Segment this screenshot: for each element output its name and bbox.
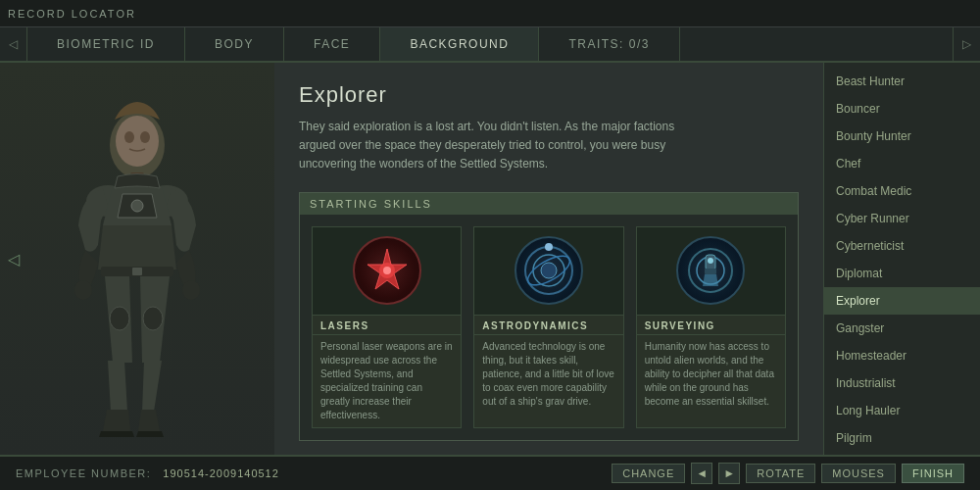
- character-panel: ◁: [0, 63, 274, 455]
- svg-point-21: [545, 243, 553, 251]
- mouses-button[interactable]: MOUSES: [821, 464, 896, 483]
- record-locator-title: RECORD LOCATOR: [8, 8, 136, 20]
- bg-item-professor[interactable]: Professor: [824, 452, 980, 455]
- change-button[interactable]: CHANGE: [612, 464, 685, 483]
- employee-label: EMPLOYEE NUMBER:: [16, 467, 151, 479]
- skill-badge-lasers: [353, 236, 421, 305]
- details-panel: Explorer They said exploration is a lost…: [274, 63, 823, 455]
- svg-point-2: [124, 131, 134, 143]
- skills-header: STARTING SKILLS: [300, 193, 798, 215]
- nav-left-bracket[interactable]: ◁: [0, 27, 27, 61]
- skills-section: STARTING SKILLS LASERS Pe: [299, 192, 799, 441]
- character-nav-arrow: ◁: [8, 250, 20, 269]
- skill-desc-surveying: Humanity now has access to untold alien …: [637, 335, 785, 414]
- tab-face[interactable]: FACE: [284, 27, 380, 61]
- svg-rect-25: [705, 269, 716, 274]
- bg-item-pilgrim[interactable]: Pilgrim: [824, 424, 980, 452]
- skill-name-surveying: SURVEYING: [637, 316, 785, 335]
- bg-item-bounty-hunter[interactable]: Bounty Hunter: [824, 122, 980, 150]
- top-bar: RECORD LOCATOR: [0, 0, 980, 27]
- svg-point-19: [541, 263, 557, 278]
- nav-tabs: ◁ BIOMETRIC ID BODY FACE BACKGROUND TRAI…: [0, 27, 980, 63]
- skill-icon-lasers-area: [313, 227, 461, 316]
- backgrounds-panel: Beast Hunter Bouncer Bounty Hunter Chef …: [823, 63, 980, 455]
- svg-point-26: [708, 258, 713, 264]
- svg-point-13: [143, 307, 163, 330]
- skill-name-lasers: LASERS: [313, 316, 461, 335]
- bg-item-gangster[interactable]: Gangster: [824, 315, 980, 342]
- svg-point-12: [110, 307, 129, 330]
- skill-badge-survey: [676, 236, 745, 305]
- background-description: They said exploration is a lost art. You…: [299, 118, 710, 174]
- svg-point-7: [131, 200, 143, 212]
- skill-badge-astro: [514, 236, 583, 305]
- skill-card-surveying: SURVEYING Humanity now has access to unt…: [636, 226, 786, 428]
- svg-point-9: [182, 280, 200, 300]
- bottom-actions: CHANGE ◄ ► ROTATE MOUSES FINISH: [612, 463, 964, 484]
- skill-card-lasers: LASERS Personal laser weapons are in wid…: [312, 226, 462, 428]
- finish-button[interactable]: FINISH: [902, 464, 964, 483]
- tab-background[interactable]: BACKGROUND: [380, 27, 539, 61]
- bg-item-homesteader[interactable]: Homesteader: [824, 342, 980, 369]
- bg-item-diplomat[interactable]: Diplomat: [824, 260, 980, 287]
- tab-biometric-id[interactable]: BIOMETRIC ID: [27, 27, 185, 61]
- skill-card-astrodynamics: ASTRODYNAMICS Advanced technology is one…: [473, 226, 623, 428]
- bg-item-long-hauler[interactable]: Long Hauler: [824, 397, 980, 424]
- bg-item-chef[interactable]: Chef: [824, 150, 980, 177]
- employee-number: 190514-2009140512: [163, 467, 279, 479]
- bottom-bar: EMPLOYEE NUMBER: 190514-2009140512 CHANG…: [0, 455, 980, 490]
- rotate-button[interactable]: ROTATE: [746, 464, 815, 483]
- arrow-left-button[interactable]: ◄: [691, 463, 712, 484]
- bg-item-combat-medic[interactable]: Combat Medic: [824, 177, 980, 205]
- bg-item-beast-hunter[interactable]: Beast Hunter: [824, 68, 980, 95]
- bg-item-bouncer[interactable]: Bouncer: [824, 95, 980, 122]
- skill-desc-lasers: Personal laser weapons are in widespread…: [313, 335, 461, 427]
- svg-point-16: [383, 267, 391, 274]
- svg-rect-11: [132, 268, 142, 275]
- skill-desc-astrodynamics: Advanced technology is one thing, but it…: [474, 335, 622, 414]
- tab-body[interactable]: BODY: [185, 27, 284, 61]
- skill-icon-survey-area: [637, 227, 785, 316]
- svg-point-8: [74, 280, 92, 300]
- tab-traits[interactable]: TRAITS: 0/3: [539, 27, 680, 61]
- main-content: ◁: [0, 63, 980, 455]
- background-title: Explorer: [299, 82, 799, 108]
- bg-item-cyber-runner[interactable]: Cyber Runner: [824, 205, 980, 232]
- skill-name-astrodynamics: ASTRODYNAMICS: [474, 316, 622, 335]
- skill-icon-astro-area: [474, 227, 622, 316]
- nav-right-bracket[interactable]: ▷: [953, 27, 980, 61]
- bg-item-explorer[interactable]: Explorer: [824, 287, 980, 315]
- svg-point-1: [116, 116, 159, 167]
- character-figure: [34, 98, 240, 455]
- arrow-right-button[interactable]: ►: [718, 463, 740, 484]
- bg-item-cyberneticist[interactable]: Cyberneticist: [824, 232, 980, 260]
- bg-item-industrialist[interactable]: Industrialist: [824, 369, 980, 397]
- svg-point-3: [140, 131, 150, 143]
- skills-grid: LASERS Personal laser weapons are in wid…: [300, 215, 798, 440]
